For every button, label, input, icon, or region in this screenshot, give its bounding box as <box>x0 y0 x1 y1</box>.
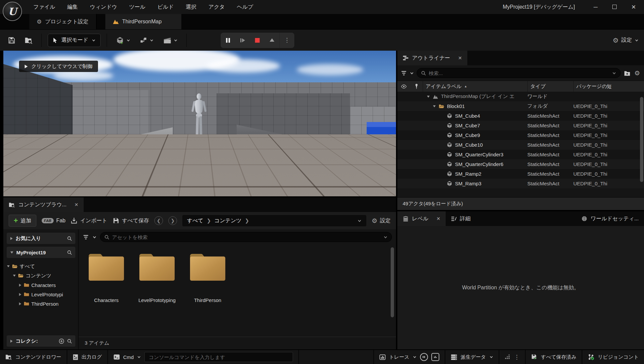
browse-content-button[interactable] <box>22 35 35 46</box>
tab-thirdpersonmap[interactable]: ThirdPersonMap <box>105 14 181 29</box>
console-command-box[interactable] <box>144 352 293 362</box>
menu-tools[interactable]: ツール <box>129 4 145 11</box>
tab-content-browser[interactable]: コンテンツブラウ... ✕ <box>3 197 84 212</box>
table-row[interactable]: SM_Ramp3 StaticMeshAct UEDPIE_0_Thi <box>397 179 644 188</box>
toolbar-settings-button[interactable]: ⚙ 設定 <box>613 37 639 44</box>
cinematics-button[interactable] <box>160 34 180 46</box>
table-row[interactable]: SM_Ramp2 StaticMeshAct UEDPIE_0_Thi <box>397 169 644 179</box>
table-row[interactable]: SM_Cube10 StaticMeshAct UEDPIE_0_Thi <box>397 140 644 150</box>
asset-search-input[interactable] <box>112 234 381 240</box>
tree-item-content[interactable]: コンテンツ <box>7 271 75 280</box>
import-button[interactable]: インポート <box>71 217 107 224</box>
tab-world-settings[interactable]: ワールドセッティ... <box>576 211 644 226</box>
outliner-search-box[interactable] <box>417 68 621 78</box>
table-row[interactable]: ThirdPersonMap (プレイ イン エ ワールド <box>397 92 644 101</box>
breadcrumb-content[interactable]: コンテンツ <box>214 217 242 224</box>
menu-build[interactable]: ビルド <box>157 4 174 11</box>
menu-select[interactable]: 選択 <box>186 4 196 11</box>
tree-item-all[interactable]: すべて <box>7 262 75 271</box>
table-row[interactable]: SM_Cube4 StaticMeshAct UEDPIE_0_Thi <box>397 111 644 121</box>
tab-details[interactable]: 詳細 <box>446 211 476 226</box>
chevron-down-icon[interactable] <box>410 71 414 75</box>
menu-window[interactable]: ウィンドウ <box>90 4 117 11</box>
close-icon[interactable]: ✕ <box>74 202 78 207</box>
game-viewport[interactable]: クリックしてマウスで制御 <box>3 51 396 196</box>
menu-edit[interactable]: 編集 <box>67 4 78 11</box>
output-log-button[interactable]: 出力ログ <box>67 350 108 364</box>
search-icon[interactable] <box>67 250 72 255</box>
content-drawer-button[interactable]: コンテンツドロワー <box>0 350 67 364</box>
kebab-icon[interactable]: ⋮ <box>514 354 520 361</box>
search-icon[interactable] <box>67 339 72 344</box>
tree-item-levelprototyping[interactable]: LevelPrototypi <box>7 290 75 299</box>
filter-icon[interactable] <box>83 235 89 240</box>
visibility-column-header[interactable] <box>397 81 410 92</box>
menu-actor[interactable]: アクタ <box>208 4 225 11</box>
save-all-button[interactable]: すべて保存 <box>113 217 149 224</box>
derived-data-button[interactable]: 派生データ <box>445 350 499 364</box>
new-folder-button[interactable] <box>623 70 631 77</box>
tree-item-thirdperson[interactable]: ThirdPerson <box>7 299 75 308</box>
asset-scrollbar[interactable] <box>391 247 394 317</box>
forward-button[interactable]: ❯ <box>168 216 177 225</box>
trace-record-icon[interactable] <box>420 353 428 361</box>
search-icon[interactable] <box>67 236 72 241</box>
caret-down-icon[interactable] <box>427 95 430 98</box>
maximize-button[interactable] <box>612 4 617 10</box>
chevron-down-icon[interactable] <box>137 355 141 359</box>
menu-file[interactable]: ファイル <box>33 4 55 11</box>
tab-levels[interactable]: レベル ✕ <box>397 211 446 226</box>
table-row[interactable]: SM_Cube9 StaticMeshAct UEDPIE_0_Thi <box>397 130 644 140</box>
asset-folder-thirdperson[interactable]: ThirdPerson <box>187 250 228 303</box>
outliner-search-input[interactable] <box>429 70 609 76</box>
trace-button[interactable]: トレース <box>374 350 445 364</box>
tab-project-settings[interactable]: ⚙ プロジェクト設定 <box>29 14 97 29</box>
caret-down-icon[interactable] <box>433 105 436 108</box>
table-row[interactable]: SM_QuarterCylinder3 StaticMeshAct UEDPIE… <box>397 150 644 159</box>
frame-skip-button[interactable] <box>235 33 250 48</box>
table-row[interactable]: SM_QuarterCylinder6 StaticMeshAct UEDPIE… <box>397 159 644 169</box>
table-row[interactable]: Block01 フォルダ UEDPIE_0_Thi <box>397 101 644 111</box>
asset-search-box[interactable] <box>100 232 392 242</box>
tab-outliner[interactable]: アウトライナー ✕ <box>397 51 467 65</box>
close-icon[interactable]: ✕ <box>436 216 440 221</box>
revision-control-button[interactable]: リビジョンコント <box>582 350 644 364</box>
grid-status-icon[interactable] <box>505 354 511 360</box>
save-button[interactable] <box>5 35 18 46</box>
blueprints-button[interactable] <box>137 34 156 46</box>
cmd-selector[interactable]: Cmd <box>123 354 134 360</box>
stop-button[interactable] <box>250 33 265 48</box>
table-row[interactable]: SM_Cube7 StaticMeshAct UEDPIE_0_Thi <box>397 121 644 130</box>
project-header[interactable]: MyProject19 <box>7 247 75 258</box>
asset-folder-levelprototyping[interactable]: LevelPrototyping <box>137 250 177 303</box>
close-icon[interactable]: ✕ <box>458 55 462 61</box>
filter-icon[interactable] <box>401 71 407 76</box>
type-column-header[interactable]: タイプ <box>527 81 573 92</box>
favorites-header[interactable]: お気に入り <box>7 233 75 244</box>
play-options-button[interactable]: ⋮ <box>280 33 294 48</box>
tree-item-characters[interactable]: Characters <box>7 281 75 289</box>
save-status[interactable]: すべて保存済み <box>526 350 582 364</box>
package-column-header[interactable]: パッケージの短 <box>573 81 644 92</box>
add-collection-icon[interactable] <box>59 338 64 344</box>
outliner-scrollbar[interactable] <box>640 97 643 182</box>
trace-snapshot-icon[interactable] <box>431 353 439 361</box>
add-actor-button[interactable]: + <box>113 34 133 47</box>
eject-button[interactable] <box>265 33 279 48</box>
breadcrumb-root[interactable]: すべて <box>187 217 203 224</box>
content-browser-settings-button[interactable]: ⚙ 設定 <box>372 217 391 224</box>
menu-help[interactable]: ヘルプ <box>237 4 253 11</box>
console-command-input[interactable] <box>149 354 289 360</box>
outliner-settings-button[interactable]: ⚙ <box>634 69 641 77</box>
pause-button[interactable] <box>221 33 235 48</box>
breadcrumb[interactable]: すべて ❯ コンテンツ ❯ <box>182 215 366 226</box>
collections-header[interactable]: コレクシ: <box>7 335 75 347</box>
pin-column-header[interactable] <box>410 81 423 92</box>
close-button[interactable]: ✕ <box>631 4 636 10</box>
fab-button[interactable]: FAB Fab <box>42 218 66 224</box>
item-label-column-header[interactable]: アイテムラベル ▲ <box>423 81 527 92</box>
add-button[interactable]: + 追加 <box>9 215 36 227</box>
unreal-engine-logo[interactable]: U <box>3 2 22 21</box>
chevron-down-icon[interactable] <box>92 235 97 239</box>
editor-mode-select[interactable]: 選択モード <box>48 34 101 47</box>
